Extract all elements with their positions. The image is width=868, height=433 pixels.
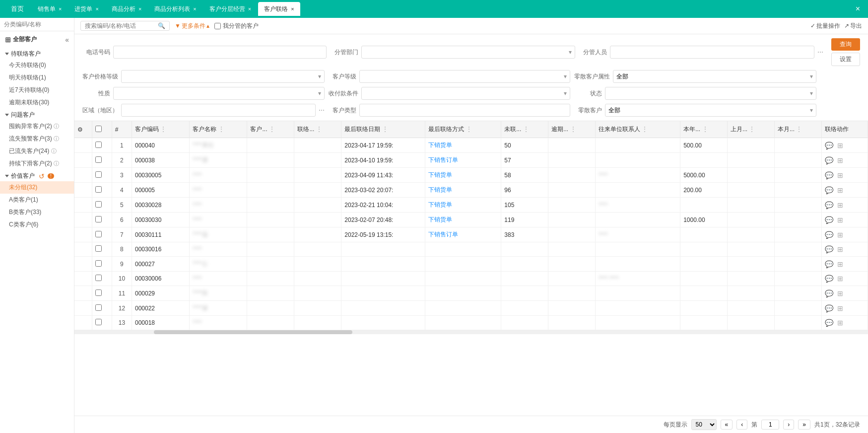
chat-icon-2[interactable]: 💬 [825, 171, 833, 179]
batch-op-btn[interactable]: ✓ 批量操作 [810, 22, 840, 30]
nav-tab-analysis-list[interactable]: 商品分析列表 × [148, 2, 202, 16]
col-uncontact[interactable]: 未联... ⋮ [501, 121, 548, 138]
cell-check-7[interactable] [92, 242, 112, 257]
cell-last-method-1[interactable]: 下销售订单 [425, 153, 501, 168]
cell-last-method-6[interactable]: 下销售订单 [425, 227, 501, 242]
col-code[interactable]: 客户编码 ⋮ [132, 121, 189, 138]
scrollbar-thumb[interactable] [154, 330, 352, 334]
cell-last-method-7[interactable] [425, 242, 501, 257]
col-year-amount[interactable]: 本年... ⋮ [680, 121, 728, 138]
more-icon-11[interactable]: ⊞ [837, 304, 843, 312]
col-check[interactable] [92, 121, 112, 138]
cell-check-8[interactable] [92, 257, 112, 272]
select-all-checkbox[interactable] [95, 126, 102, 132]
col-overdue[interactable]: 逾期... ⋮ [548, 121, 596, 138]
prev-page-btn[interactable]: ‹ [736, 420, 747, 430]
cell-check-11[interactable] [92, 301, 112, 316]
sidebar-item-churned[interactable]: 已流失客户(24) ⓘ [0, 145, 74, 157]
cell-last-method-4[interactable]: 下销货单 [425, 198, 501, 213]
more-icon-4[interactable]: ⊞ [837, 201, 843, 209]
per-page-select[interactable]: 50 100 [691, 419, 717, 430]
last-page-btn[interactable]: » [798, 420, 810, 430]
chat-icon-5[interactable]: 💬 [825, 216, 833, 224]
more-icon-5[interactable]: ⊞ [837, 216, 843, 224]
sidebar-all-customers[interactable]: ⊞ 全部客户 « [0, 31, 74, 48]
chat-icon-1[interactable]: 💬 [825, 156, 833, 164]
person-dots[interactable]: ⋯ [817, 49, 823, 56]
more-icon-10[interactable]: ⊞ [837, 289, 843, 297]
row-checkbox-0[interactable] [95, 142, 102, 148]
more-icon-7[interactable]: ⊞ [837, 245, 843, 253]
horizontal-scrollbar[interactable] [74, 330, 868, 334]
cell-check-9[interactable] [92, 272, 112, 286]
region-input[interactable] [121, 104, 316, 117]
row-checkbox-10[interactable] [95, 289, 102, 296]
more-icon-8[interactable]: ⊞ [837, 260, 843, 268]
sidebar-item-7days[interactable]: 近7天待联络(0) [0, 84, 74, 96]
more-icon-12[interactable]: ⊞ [837, 319, 843, 327]
col-settings[interactable]: ⚙ [74, 121, 92, 138]
cell-last-method-10[interactable] [425, 286, 501, 301]
close-customer-contact-tab[interactable]: × [291, 6, 294, 12]
cell-check-6[interactable] [92, 227, 112, 242]
sidebar-item-today[interactable]: 今天待联络(0) [0, 59, 74, 72]
col-last-date[interactable]: 最后联络日期 ⋮ [341, 121, 425, 138]
nature-select[interactable]: ▾ [113, 87, 325, 100]
status-select[interactable]: ▾ [605, 87, 816, 100]
more-icon-9[interactable]: ⊞ [837, 275, 843, 283]
sidebar-section-problem[interactable]: 问题客户 [0, 109, 74, 120]
close-customer-tier-tab[interactable]: × [248, 6, 251, 12]
chat-icon-11[interactable]: 💬 [825, 304, 833, 312]
sidebar-section-pending[interactable]: 待联络客户 [0, 48, 74, 59]
row-checkbox-2[interactable] [95, 171, 102, 178]
nav-tab-sales[interactable]: 销售单 × [32, 2, 67, 16]
chat-icon-10[interactable]: 💬 [825, 289, 833, 297]
cell-check-12[interactable] [92, 316, 112, 330]
nav-tab-purchase[interactable]: 进货单 × [68, 2, 104, 16]
payment-select[interactable]: ▾ [361, 87, 571, 100]
col-this-month[interactable]: 本月... ⋮ [775, 121, 822, 138]
more-icon-3[interactable]: ⊞ [837, 186, 843, 194]
nav-tab-customer-contact[interactable]: 客户联络 × [258, 2, 300, 16]
chat-icon-8[interactable]: 💬 [825, 260, 833, 268]
row-checkbox-4[interactable] [95, 201, 102, 208]
more-icon-1[interactable]: ⊞ [837, 156, 843, 164]
next-page-btn[interactable]: › [783, 420, 794, 430]
last-method-link-2[interactable]: 下销货单 [428, 171, 452, 178]
last-method-link-1[interactable]: 下销售订单 [428, 156, 458, 163]
retail-attr-select[interactable]: 全部 ▾ [613, 70, 816, 83]
sidebar-item-tomorrow[interactable]: 明天待联络(1) [0, 72, 74, 84]
more-conditions-btn[interactable]: ▼ 更多条件 ▴ [175, 22, 209, 30]
close-sales-tab[interactable]: × [59, 6, 62, 12]
last-method-link-3[interactable]: 下销货单 [428, 186, 452, 193]
last-method-link-0[interactable]: 下销货单 [428, 142, 452, 148]
sidebar-item-a-class[interactable]: A类客户(1) [0, 194, 74, 206]
row-checkbox-11[interactable] [95, 304, 102, 311]
cell-check-0[interactable] [92, 138, 112, 153]
chat-icon-3[interactable]: 💬 [825, 186, 833, 194]
first-page-btn[interactable]: « [721, 420, 733, 430]
cell-last-method-5[interactable]: 下销货单 [425, 213, 501, 227]
cell-check-1[interactable] [92, 153, 112, 168]
price-grade-select[interactable]: ▾ [121, 70, 325, 83]
row-checkbox-12[interactable] [95, 319, 102, 325]
chat-icon-0[interactable]: 💬 [825, 142, 833, 149]
col-contact[interactable]: 联络... ⋮ [294, 121, 341, 138]
col-type[interactable]: 客户... ⋮ [247, 121, 294, 138]
more-icon-2[interactable]: ⊞ [837, 171, 843, 179]
cell-check-2[interactable] [92, 168, 112, 183]
last-method-link-5[interactable]: 下销货单 [428, 216, 452, 223]
close-analysis-list-tab[interactable]: × [193, 6, 196, 12]
retail-customer-select[interactable]: 全部 ▾ [605, 104, 816, 117]
chat-icon-12[interactable]: 💬 [825, 319, 833, 327]
col-name[interactable]: 客户名称 ⋮ [190, 121, 247, 138]
more-icon-0[interactable]: ⊞ [837, 142, 843, 149]
cell-check-4[interactable] [92, 198, 112, 213]
nav-tab-analysis[interactable]: 商品分析 × [106, 2, 147, 16]
row-checkbox-9[interactable] [95, 275, 102, 281]
filter-search-input[interactable] [85, 22, 156, 29]
cell-last-method-2[interactable]: 下销货单 [425, 168, 501, 183]
cell-last-method-11[interactable] [425, 301, 501, 316]
nav-tab-customer-tier[interactable]: 客户分层经营 × [203, 2, 257, 16]
cell-check-3[interactable] [92, 183, 112, 198]
